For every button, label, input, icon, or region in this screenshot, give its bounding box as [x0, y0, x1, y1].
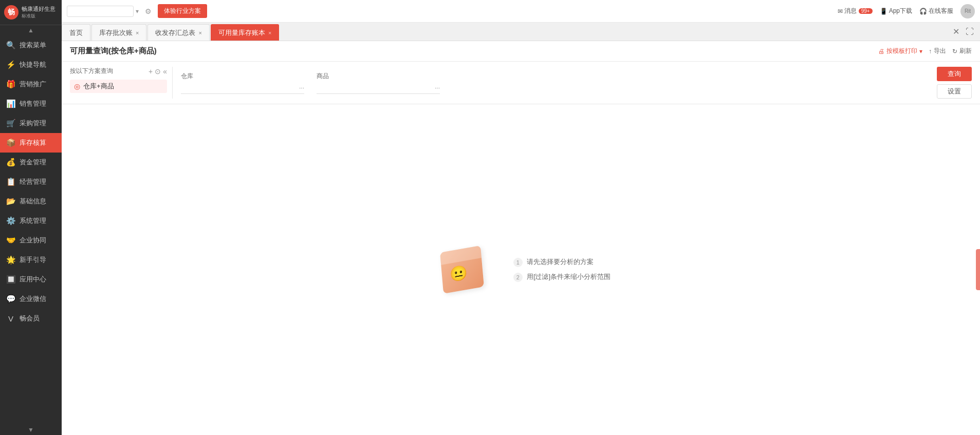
sidebar: 畅 畅康通好生意 标准版 ▲ 🔍 搜索菜单 ⚡ 快捷导航 🎁 营销推广 📊 销售… — [0, 0, 62, 435]
filter-fields: 仓库 ··· 商品 ··· — [173, 67, 931, 99]
sidebar-item-label: 系统管理 — [20, 216, 46, 225]
tab-window-close[interactable]: ✕ — [951, 26, 961, 37]
filter-field-product: 商品 ··· — [317, 72, 440, 94]
query-button[interactable]: 查询 — [937, 67, 972, 81]
settings-button[interactable]: 设置 — [937, 84, 972, 99]
message-label: 消息 — [844, 7, 857, 15]
avatar[interactable]: Rit — [960, 4, 975, 18]
sidebar-item-label: 新手引导 — [20, 255, 46, 264]
sidebar-item-finance[interactable]: 💰 资金管理 — [0, 153, 62, 172]
empty-hint-1: 1 请先选择要分析的方案 — [513, 257, 611, 267]
product-more-icon[interactable]: ··· — [435, 84, 440, 91]
logo-name: 畅康通好生意 — [22, 5, 56, 12]
sidebar-nav: 🔍 搜索菜单 ⚡ 快捷导航 🎁 营销推广 📊 销售管理 🛒 采购管理 📦 库存核… — [0, 35, 62, 425]
sidebar-item-shortcut[interactable]: ⚡ 快捷导航 — [0, 55, 62, 74]
tab-receipt-summary[interactable]: 收发存汇总表 × — [147, 24, 209, 41]
sidebar-item-newguide[interactable]: 🌟 新手引导 — [0, 250, 62, 270]
setting-scheme-btn[interactable]: ⊙ — [155, 67, 161, 75]
app-download-btn[interactable]: 📱 App下载 — [880, 7, 912, 15]
newguide-icon: 🌟 — [6, 255, 15, 264]
refresh-btn[interactable]: ↻ 刷新 — [952, 47, 972, 55]
tab-home[interactable]: 首页 — [62, 24, 90, 41]
sidebar-item-sales[interactable]: 📊 销售管理 — [0, 94, 62, 114]
gear-icon[interactable]: ⚙ — [143, 6, 154, 16]
sidebar-item-system[interactable]: ⚙️ 系统管理 — [0, 211, 62, 231]
inventory-icon: 📦 — [6, 138, 15, 147]
empty-state: 😐 1 请先选择要分析的方案 2 用[过滤]条件来缩小分析范围 — [62, 104, 980, 435]
shortcut-icon: ⚡ — [6, 60, 15, 69]
purchase-icon: 🛒 — [6, 119, 15, 128]
message-btn[interactable]: ✉ 消息 99+ — [838, 7, 873, 15]
tab-available-stock-label: 可用量库存账本 — [218, 28, 265, 37]
filter-area: 按以下方案查询 + ⊙ « ◎ 仓库+商品 仓库 — [62, 62, 980, 104]
tab-available-stock-close[interactable]: × — [268, 30, 271, 36]
empty-hint-2: 2 用[过滤]条件来缩小分析范围 — [513, 272, 611, 282]
tab-home-label: 首页 — [69, 28, 83, 37]
header-actions: 🖨 按模板打印 ▾ ↑ 导出 ↻ 刷新 — [878, 47, 972, 55]
online-service-btn[interactable]: 🎧 在线客服 — [919, 7, 953, 15]
sidebar-item-appcenter[interactable]: 🔲 应用中心 — [0, 270, 62, 289]
sales-icon: 📊 — [6, 99, 15, 108]
filter-schemes-header: 按以下方案查询 + ⊙ « — [70, 67, 167, 75]
sidebar-item-label: 应用中心 — [20, 275, 46, 284]
sidebar-logo: 畅 畅康通好生意 标准版 — [0, 0, 62, 25]
sidebar-item-label: 采购管理 — [20, 119, 46, 128]
hint-text-1: 请先选择要分析的方案 — [527, 257, 594, 267]
sidebar-item-marketing[interactable]: 🎁 营销推广 — [0, 74, 62, 94]
trial-btn[interactable]: 体验行业方案 — [158, 4, 207, 18]
sidebar-item-basic[interactable]: 📂 基础信息 — [0, 192, 62, 211]
message-icon: ✉ — [838, 8, 843, 15]
search-input[interactable] — [67, 6, 134, 17]
product-input[interactable] — [317, 84, 433, 92]
sidebar-item-enterprise[interactable]: 🤝 企业协同 — [0, 231, 62, 250]
sidebar-item-purchase[interactable]: 🛒 采购管理 — [0, 114, 62, 133]
filter-schemes: 按以下方案查询 + ⊙ « ◎ 仓库+商品 — [70, 67, 173, 99]
sidebar-scroll-up[interactable]: ▲ — [0, 25, 62, 35]
sidebar-scroll-down[interactable]: ▼ — [0, 425, 62, 435]
warehouse-field-input-wrapper: ··· — [181, 83, 304, 94]
search-icon: 🔍 — [6, 41, 15, 50]
scheme-warehouse-product[interactable]: ◎ 仓库+商品 — [70, 80, 167, 93]
app-download-label: App下载 — [889, 7, 912, 15]
sidebar-item-label: 库存核算 — [20, 138, 46, 147]
scheme-icon: ◎ — [74, 82, 80, 90]
empty-illustration: 😐 — [431, 239, 493, 300]
hint-num-2: 2 — [513, 273, 523, 282]
tab-available-stock[interactable]: 可用量库存账本 × — [211, 24, 279, 41]
sidebar-item-inventory[interactable]: 📦 库存核算 — [0, 133, 62, 153]
chevron-down-icon[interactable]: ▾ — [136, 8, 139, 15]
tab-batch-account-close[interactable]: × — [136, 30, 139, 36]
sidebar-item-label: 经营管理 — [20, 177, 46, 186]
scheme-label: 仓库+商品 — [83, 82, 114, 91]
chevron-print-icon: ▾ — [919, 48, 922, 55]
collapse-scheme-btn[interactable]: « — [163, 67, 167, 75]
warehouse-input[interactable] — [181, 84, 297, 92]
tab-window-maximize[interactable]: ⛶ — [964, 26, 976, 37]
empty-hints: 1 请先选择要分析的方案 2 用[过滤]条件来缩小分析范围 — [513, 257, 611, 282]
logo-icon: 畅 — [4, 5, 19, 20]
add-scheme-btn[interactable]: + — [149, 67, 153, 75]
headset-icon: 🎧 — [919, 8, 927, 15]
sidebar-item-label: 企业微信 — [20, 294, 46, 304]
export-btn[interactable]: ↑ 导出 — [929, 47, 946, 55]
tab-receipt-summary-close[interactable]: × — [198, 30, 201, 36]
online-service-label: 在线客服 — [929, 7, 953, 15]
sidebar-item-operation[interactable]: 📋 经营管理 — [0, 172, 62, 192]
topbar-actions: ✉ 消息 99+ 📱 App下载 🎧 在线客服 Rit — [838, 4, 975, 18]
sidebar-item-label: 营销推广 — [20, 80, 46, 89]
sidebar-item-member[interactable]: V 畅会员 — [0, 309, 62, 328]
phone-icon: 📱 — [880, 8, 887, 15]
refresh-icon: ↻ — [952, 48, 957, 55]
content-header: 可用量查询(按仓库+商品) 🖨 按模板打印 ▾ ↑ 导出 ↻ 刷新 — [62, 41, 980, 62]
marketing-icon: 🎁 — [6, 80, 15, 89]
page-title: 可用量查询(按仓库+商品) — [70, 46, 157, 56]
filter-scheme-label: 按以下方案查询 — [70, 67, 113, 75]
corpwx-icon: 💬 — [6, 294, 15, 304]
finance-icon: 💰 — [6, 158, 15, 167]
print-template-btn[interactable]: 🖨 按模板打印 ▾ — [878, 47, 922, 55]
tab-batch-account[interactable]: 库存批次账 × — [91, 24, 146, 41]
topbar-search-area: ▾ — [67, 6, 139, 17]
sidebar-item-corpwx[interactable]: 💬 企业微信 — [0, 289, 62, 309]
sidebar-item-search[interactable]: 🔍 搜索菜单 — [0, 35, 62, 55]
warehouse-more-icon[interactable]: ··· — [299, 84, 304, 91]
